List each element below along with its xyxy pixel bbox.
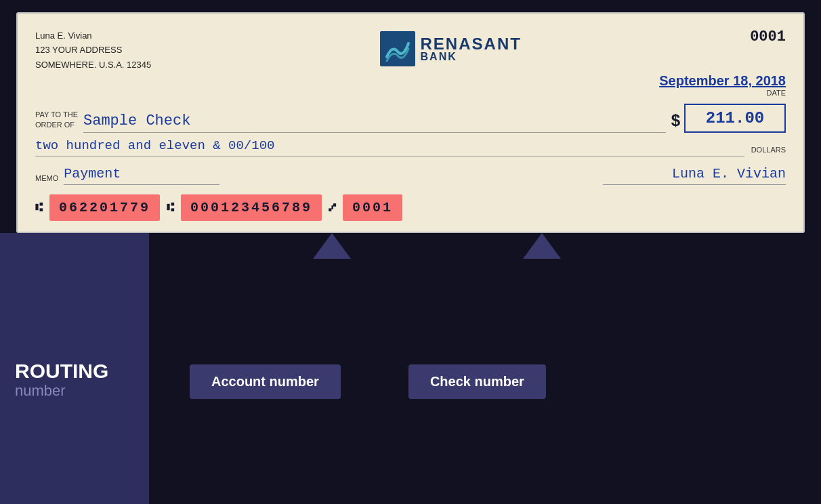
dollar-sign: $ <box>671 111 680 130</box>
bank-logo-icon <box>380 31 415 66</box>
check-number-label-pill: Check number <box>408 364 546 399</box>
account-number-value: 000123456789 <box>190 200 312 215</box>
bank-name-bottom: BANK <box>421 51 457 63</box>
date-area: September 18, 2018 DATE <box>659 73 786 97</box>
bank-logo: RENASANT BANK <box>380 31 522 66</box>
pay-to-label: PAY TO THE ORDER OF <box>35 110 78 131</box>
check-owner: Luna E. Vivian 123 YOUR ADDRESS SOMEWHER… <box>35 28 151 72</box>
memo-value: Payment <box>64 166 121 182</box>
routing-label-box: ROUTING number <box>0 233 149 504</box>
account-number-label-pill: Account number <box>190 364 341 399</box>
routing-number-box: 062201779 <box>49 194 160 221</box>
svg-rect-0 <box>380 31 415 66</box>
micr-close-symbol: ⑆ <box>167 201 174 215</box>
check-number-area: 0001 <box>750 28 786 45</box>
date-value: September 18, 2018 <box>659 73 786 89</box>
pay-to-value: Sample Check <box>83 112 190 129</box>
micr-line: ⑆ 062201779 ⑆ 000123456789 ⑇ 0001 <box>35 194 786 221</box>
micr-check-number-value: 0001 <box>352 200 393 215</box>
micr-check-number-box: 0001 <box>343 194 402 221</box>
micr-separator-symbol: ⑇ <box>329 201 336 215</box>
amount-value: 211.00 <box>706 109 764 127</box>
amount-box: 211.00 <box>684 104 786 133</box>
written-amount: two hundred and eleven & 00/100 <box>35 138 274 153</box>
micr-open-symbol: ⑆ <box>35 201 43 215</box>
routing-label-bottom: number <box>15 382 134 400</box>
routing-number-value: 062201779 <box>59 200 150 215</box>
account-number-box: 000123456789 <box>181 194 322 221</box>
routing-label-top: ROUTING <box>15 360 134 382</box>
signature-value: Luna E. Vivian <box>672 166 786 182</box>
check-number: 0001 <box>750 28 786 45</box>
date-label: DATE <box>659 89 786 97</box>
dollars-label: DOLLARS <box>751 146 786 154</box>
memo-label: MEMO <box>35 174 58 182</box>
